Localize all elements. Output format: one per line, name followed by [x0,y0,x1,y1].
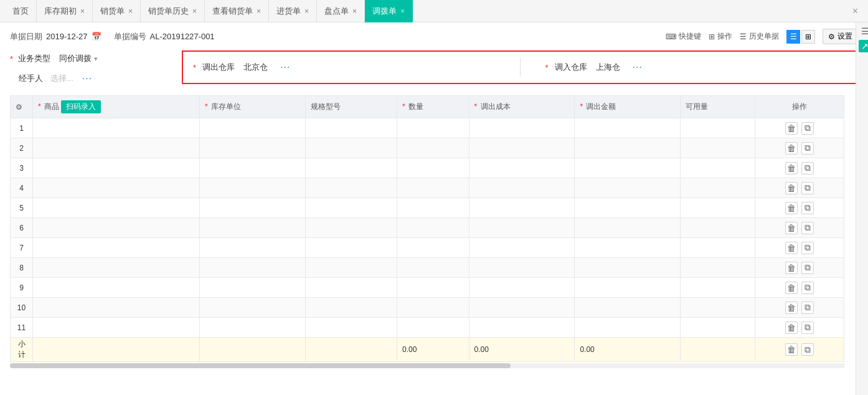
row-8-unit[interactable] [200,258,306,278]
row-1-amount[interactable] [575,118,681,138]
layout-btn-2[interactable]: ⊞ [801,30,815,44]
copy-btn-10[interactable]: ⧉ [801,302,814,314]
tab-view-sales-close[interactable]: × [257,7,261,16]
row-7-spec[interactable] [305,238,397,258]
window-close-button[interactable]: × [847,6,863,17]
row-6-cost[interactable] [469,218,575,238]
row-10-unit[interactable] [200,298,306,318]
row-3-product[interactable] [33,158,200,178]
row-9-spec[interactable] [305,278,397,298]
copy-btn-8[interactable]: ⧉ [801,262,814,274]
copy-btn-6[interactable]: ⧉ [801,222,814,234]
row-11-spec[interactable] [305,318,397,338]
row-2-available[interactable] [681,138,755,158]
tab-sales-history[interactable]: 销货单历史 × [141,0,205,22]
row-6-amount[interactable] [575,218,681,238]
row-9-available[interactable] [681,278,755,298]
row-11-qty[interactable] [397,318,469,338]
delete-btn-5[interactable]: 🗑 [785,202,798,214]
row-8-available[interactable] [681,258,755,278]
row-11-product[interactable] [33,318,200,338]
delete-btn-7[interactable]: 🗑 [785,242,798,254]
tab-inventory-count-close[interactable]: × [352,7,357,16]
operation-action[interactable]: ⊞ 操作 [709,31,732,42]
row-1-cost[interactable] [469,118,575,138]
subtotal-delete-btn[interactable]: 🗑 [785,343,798,356]
tab-purchase-order-close[interactable]: × [304,7,309,16]
row-7-unit[interactable] [200,238,306,258]
transfer-out-more-btn[interactable]: ··· [280,62,290,73]
row-2-cost[interactable] [469,138,575,158]
delete-btn-8[interactable]: 🗑 [785,262,798,274]
delete-btn-6[interactable]: 🗑 [785,222,798,234]
row-7-cost[interactable] [469,238,575,258]
delete-btn-3[interactable]: 🗑 [785,162,798,174]
transfer-in-more-btn[interactable]: ··· [633,62,643,73]
row-9-amount[interactable] [575,278,681,298]
row-1-product[interactable] [33,118,200,138]
business-type-dropdown[interactable]: 同价调拨 ▾ [54,50,103,67]
date-value[interactable]: 2019-12-27 [46,32,88,41]
tab-sales-order[interactable]: 销货单 × [93,0,141,22]
history-action[interactable]: ☰ 历史单据 [740,31,779,42]
row-2-spec[interactable] [305,138,397,158]
tab-home[interactable]: 首页 [5,0,37,22]
row-10-amount[interactable] [575,298,681,318]
copy-btn-7[interactable]: ⧉ [801,242,814,254]
row-4-cost[interactable] [469,178,575,198]
delete-btn-2[interactable]: 🗑 [785,142,798,155]
delete-btn-4[interactable]: 🗑 [785,182,798,194]
copy-btn-5[interactable]: ⧉ [801,202,814,214]
sidebar-list-icon[interactable]: ☰ [859,25,868,37]
row-4-qty[interactable] [397,178,469,198]
row-8-amount[interactable] [575,258,681,278]
row-4-spec[interactable] [305,178,397,198]
copy-btn-2[interactable]: ⧉ [801,142,814,155]
row-9-product[interactable] [33,278,200,298]
row-2-product[interactable] [33,138,200,158]
row-11-cost[interactable] [469,318,575,338]
row-5-unit[interactable] [200,198,306,218]
row-2-qty[interactable] [397,138,469,158]
row-1-spec[interactable] [305,118,397,138]
row-6-unit[interactable] [200,218,306,238]
row-4-unit[interactable] [200,178,306,198]
row-7-product[interactable] [33,238,200,258]
row-10-product[interactable] [33,298,200,318]
row-6-spec[interactable] [305,218,397,238]
tab-transfer-order[interactable]: 调拨单 × [365,0,413,22]
row-8-cost[interactable] [469,258,575,278]
person-more-btn[interactable]: ··· [82,73,92,84]
row-8-product[interactable] [33,258,200,278]
row-5-product[interactable] [33,198,200,218]
shortcut-action[interactable]: ⌨ 快捷键 [666,31,701,42]
delete-btn-10[interactable]: 🗑 [785,302,798,314]
copy-btn-4[interactable]: ⧉ [801,182,814,194]
row-7-available[interactable] [681,238,755,258]
copy-btn-11[interactable]: ⧉ [801,321,814,334]
row-3-qty[interactable] [397,158,469,178]
row-10-cost[interactable] [469,298,575,318]
row-11-available[interactable] [681,318,755,338]
layout-btn-1[interactable]: ☰ [786,30,800,44]
row-3-spec[interactable] [305,158,397,178]
row-5-qty[interactable] [397,198,469,218]
tab-inventory-init-close[interactable]: × [80,7,85,16]
scrollbar-thumb[interactable] [10,363,511,368]
row-9-unit[interactable] [200,278,306,298]
delete-btn-11[interactable]: 🗑 [785,321,798,334]
row-10-spec[interactable] [305,298,397,318]
row-11-amount[interactable] [575,318,681,338]
delete-btn-1[interactable]: 🗑 [785,122,798,135]
row-3-amount[interactable] [575,158,681,178]
row-7-qty[interactable] [397,238,469,258]
row-9-qty[interactable] [397,278,469,298]
settings-button[interactable]: ⚙ 设置 [823,29,858,44]
row-6-available[interactable] [681,218,755,238]
copy-btn-3[interactable]: ⧉ [801,162,814,174]
tab-view-sales[interactable]: 查看销货单 × [205,0,269,22]
row-9-cost[interactable] [469,278,575,298]
row-8-spec[interactable] [305,258,397,278]
col-gear[interactable]: ⚙ [11,96,33,118]
row-2-unit[interactable] [200,138,306,158]
